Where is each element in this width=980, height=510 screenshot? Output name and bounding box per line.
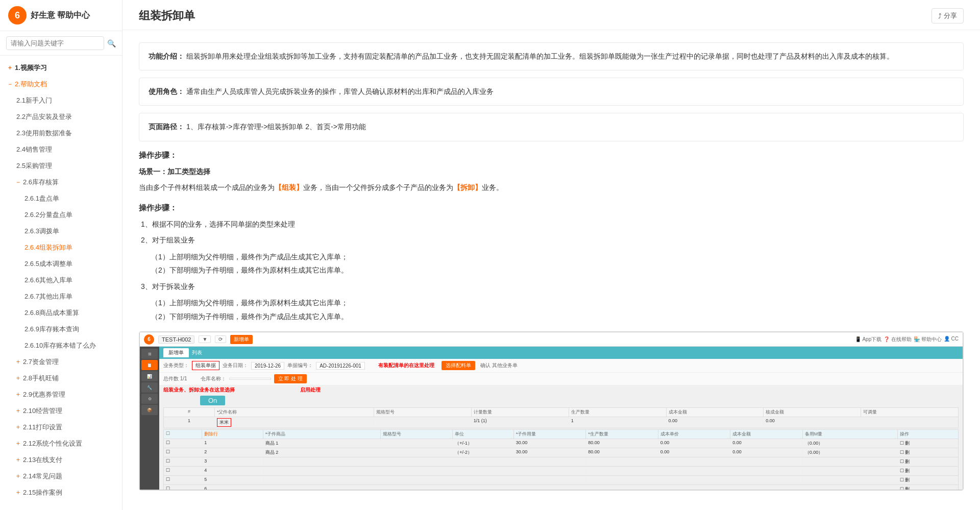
sidebar-item-adjustment[interactable]: 2.6.3调拨单 [0, 223, 122, 239]
sidebar-item-label: 2.7资金管理 [23, 357, 59, 367]
mock-main-area: 新增单 列表 业务类型： 组装单据 业务日期： 2019-12-26 单据编号：… [159, 347, 963, 490]
mock-select-bom-btn: 选择配料单 [442, 361, 475, 370]
sidebar-item-custom[interactable]: + 2.12系统个性化设置 [0, 435, 122, 452]
sidebar-item-inventory[interactable]: − 2.6库存核算 [0, 174, 122, 190]
sidebar-item-label: 2.6.8商品成本重算 [24, 308, 79, 318]
share-button[interactable]: ⤴ 分享 [932, 8, 964, 23]
mock-side-icon-4: 🔧 [141, 382, 158, 393]
sidebar-item-label: 2.15操作案例 [23, 488, 62, 497]
mock-lower-row4: ☐ 4 ☐ 删 [163, 466, 959, 475]
mock-td-unit: 1 [569, 417, 667, 428]
mock-lth-check: ☐ [164, 430, 202, 439]
mock-ui: 6 TEST-H002 ▼ ⟳ 新增单 📱 App下载 ❓ 在线帮助 🏪 帮助中… [139, 332, 963, 490]
mock-btn-confirm: 确认 其他业务单 [480, 362, 518, 369]
plus-icon: + [8, 64, 12, 71]
mock-th-cost: 成本金额 [667, 408, 764, 417]
sidebar-item-stocktake[interactable]: 2.6.1盘点单 [0, 190, 122, 207]
mock-td-qty: 1/1 (1) [472, 417, 569, 428]
sidebar-item-split-stocktake[interactable]: 2.6.2分量盘点单 [0, 207, 122, 223]
step2: 2、对于组装业务 [139, 234, 964, 247]
mock-company: TEST-H002 [158, 335, 194, 344]
sidebar-item-label: 2.6.5成本调整单 [24, 259, 72, 269]
mock-th-goods: *父件名称 [215, 408, 374, 417]
mock-td-total: 0.00 [764, 417, 861, 428]
mock-btn-execute: 立 即 处 理 [274, 374, 307, 383]
step2-sub1: （1）上部明细为父件明细，最终作为产成品生成其它入库单； [139, 250, 964, 264]
mock-lower-table-container: ☐ 删除行 *子件商品 规格型号 单位 *子件用量 *生产数量 成本单价 成本金… [163, 429, 959, 490]
sidebar-item-print[interactable]: + 2.11打印设置 [0, 419, 122, 435]
main-header: 组装拆卸单 ⤴ 分享 [122, 0, 980, 30]
content-body: 功能介绍： 组装拆卸单用来处理企业组装或拆卸等加工业务，支持有固定装配清单的产品… [122, 30, 980, 510]
sidebar-item-other-in[interactable]: 2.6.6其他入库单 [0, 272, 122, 288]
mock-side-icon-2: 📋 [141, 360, 158, 370]
sidebar-item-other-out[interactable]: 2.6.7其他出库单 [0, 288, 122, 305]
sidebar-item-data[interactable]: 2.3使用前数据准备 [0, 125, 122, 141]
annotation-enable: 启用处理 [300, 386, 321, 394]
sidebar-item-assembly[interactable]: 2.6.4组装拆卸单 [0, 239, 122, 256]
on-badge-row: On [159, 395, 963, 406]
step1: 1、根据不同的业务，选择不同单据的类型来处理 [139, 218, 964, 231]
sidebar-item-finance[interactable]: + 2.7资金管理 [0, 354, 122, 370]
sidebar-item-label: 2.帮助文档 [15, 80, 47, 89]
mock-sidebar: ⊞ 📋 📊 🔧 ⚙ 📦 [140, 347, 159, 490]
annotation-has-bom: 有装配清单的在这里处理 [378, 362, 434, 369]
mock-field-id-label: 单据编号： [287, 362, 313, 369]
sidebar-item-ledger-query[interactable]: 2.6.9库存账本查询 [0, 321, 122, 337]
sidebar-item-faq[interactable]: + 2.14常见问题 [0, 468, 122, 484]
mock-td-avail [861, 417, 958, 428]
sidebar-item-install[interactable]: 2.2产品安装及登录 [0, 109, 122, 125]
mock-lth-seq: 删除行 [202, 430, 263, 439]
mock-lower-row5: ☐ 5 ☐ 删 [163, 475, 959, 484]
sidebar-item-label: 2.10经营管理 [23, 406, 62, 416]
mock-topbar: 6 TEST-H002 ▼ ⟳ 新增单 📱 App下载 ❓ 在线帮助 🏪 帮助中… [140, 332, 963, 347]
mock-lth-remark: 备用M量 [803, 430, 898, 439]
sidebar-item-label: 2.1新手入门 [16, 96, 52, 105]
mock-lower-row6: ☐ 6 ☐ 删 [163, 484, 959, 490]
mock-field-warehouse-label: 仓库名称： [201, 375, 226, 382]
sidebar-item-coupon[interactable]: + 2.9优惠券管理 [0, 386, 122, 403]
sidebar-item-video[interactable]: + 1.视频学习 [0, 60, 122, 76]
mock-field-type-value: 组装单据 [192, 361, 219, 370]
mock-goods-field: 米米 [217, 418, 231, 427]
mock-td-goods: 米米 [215, 417, 374, 428]
mock-lth-qty1: *子件用量 [514, 430, 586, 439]
sidebar-item-ops[interactable]: + 2.10经营管理 [0, 403, 122, 419]
mock-side-icon-6: 📦 [141, 405, 158, 415]
sidebar-item-label: 2.6.10库存账本错了么办 [24, 341, 96, 350]
intro-block: 功能介绍： 组装拆卸单用来处理企业组装或拆卸等加工业务，支持有固定装配清单的产品… [139, 42, 964, 70]
search-input[interactable] [6, 36, 104, 50]
ops-title: 操作步骤： [139, 151, 964, 160]
mock-status-row: 组装业务、拆卸业务在这里选择 启用处理 [159, 385, 963, 395]
mock-tab-bar: 新增单 列表 [159, 347, 963, 359]
sidebar-item-mobile[interactable]: + 2.8手机旺铺 [0, 370, 122, 386]
mock-lth-op: 操作 [898, 430, 958, 439]
sidebar-item-label: 2.6库存核算 [23, 178, 59, 187]
logo-icon: 6 [8, 6, 27, 25]
center-icon: 🏪 帮助中心 [914, 336, 942, 343]
sidebar-item-label: 2.11打印设置 [23, 423, 62, 432]
sidebar-item-online-pay[interactable]: + 2.13在线支付 [0, 452, 122, 468]
sidebar-item-label: 2.13在线支付 [23, 455, 62, 465]
sidebar-item-cost-recalc[interactable]: 2.6.8商品成本重算 [0, 305, 122, 321]
mock-form-row1: 业务类型： 组装单据 业务日期： 2019-12-26 单据编号： AD-201… [159, 359, 963, 373]
sidebar-item-newcomer[interactable]: 2.1新手入门 [0, 92, 122, 109]
sidebar-item-purchase[interactable]: 2.5采购管理 [0, 158, 122, 174]
search-icon[interactable]: 🔍 [107, 39, 116, 47]
mock-tab-new: 新增单 [163, 348, 189, 357]
app-name: 好生意 帮助中心 [31, 10, 90, 21]
sidebar-item-case[interactable]: + 2.15操作案例 [0, 484, 122, 501]
sidebar-item-sales[interactable]: 2.4销售管理 [0, 141, 122, 158]
step3: 3、对于拆装业务 [139, 280, 964, 293]
screenshot-container: 6 TEST-H002 ▼ ⟳ 新增单 📱 App下载 ❓ 在线帮助 🏪 帮助中… [139, 331, 964, 491]
sidebar-item-docs[interactable]: − 2.帮助文档 [0, 76, 122, 92]
mock-qty-label: 总件数 1/1 [163, 375, 187, 382]
mock-dropdown: ▼ [199, 335, 211, 343]
mock-tab-list: 列表 [192, 349, 202, 356]
sidebar-item-ledger-error[interactable]: 2.6.10库存账本错了么办 [0, 337, 122, 354]
mock-lower-header: ☐ 删除行 *子件商品 规格型号 单位 *子件用量 *生产数量 成本单价 成本金… [163, 429, 959, 439]
mock-th-total: 核成金额 [764, 408, 861, 417]
sidebar-item-label: 2.9优惠券管理 [23, 390, 65, 399]
sidebar-item-cost-adj[interactable]: 2.6.5成本调整单 [0, 256, 122, 272]
path-text: 1、库存核算->库存管理->组装拆卸单 2、首页->常用功能 [186, 123, 366, 131]
mock-lth-unit: 单位 [453, 430, 513, 439]
